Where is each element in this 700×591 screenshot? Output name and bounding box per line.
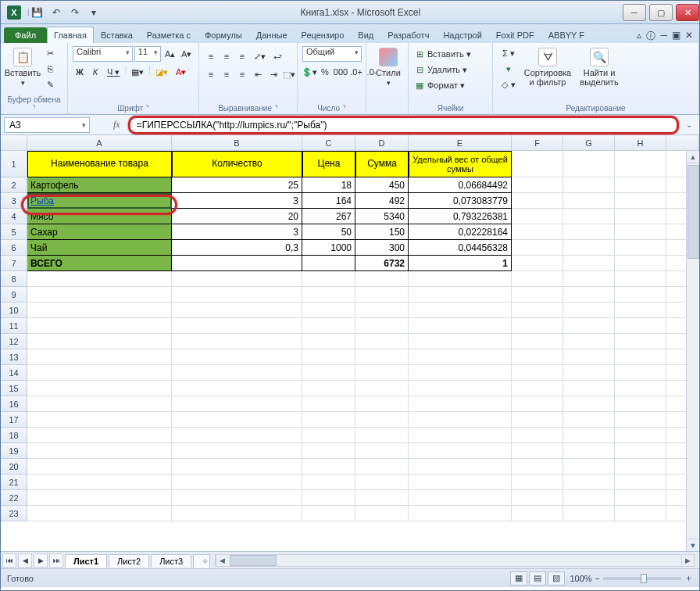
cell-blank-3-1[interactable] bbox=[563, 193, 615, 209]
cell-blank-11-7[interactable] bbox=[615, 318, 666, 334]
percent-format[interactable]: % bbox=[318, 64, 332, 80]
fx-icon[interactable]: fx bbox=[112, 119, 122, 131]
cell-blank-22-3[interactable] bbox=[355, 490, 409, 506]
cell-blank-22-0[interactable] bbox=[27, 490, 172, 506]
col-head-E[interactable]: E bbox=[409, 135, 512, 151]
scroll-down[interactable]: ▼ bbox=[687, 539, 699, 551]
cell-A6[interactable]: Чай bbox=[27, 240, 172, 256]
fill-color-button[interactable]: ◪▾ bbox=[152, 64, 171, 80]
cell-blank-20-4[interactable] bbox=[409, 459, 512, 475]
cell-E1[interactable]: Удельный вес от общей суммы bbox=[409, 151, 512, 177]
cell-C3[interactable]: 164 bbox=[302, 193, 355, 209]
cell-A4[interactable]: Мясо bbox=[27, 209, 172, 224]
cell-blank-17-7[interactable] bbox=[615, 412, 666, 428]
cell-A2[interactable]: Картофель bbox=[27, 177, 172, 193]
tab-Вставка[interactable]: Вставка bbox=[94, 27, 140, 43]
minimize-button[interactable]: ─ bbox=[623, 4, 646, 21]
qat-redo[interactable]: ↷ bbox=[67, 5, 83, 20]
cells-delete[interactable]: ⊟Удалить ▾ bbox=[413, 62, 488, 77]
cell-blank-11-3[interactable] bbox=[355, 318, 409, 334]
cell-E4[interactable]: 0,793226381 bbox=[409, 209, 512, 224]
cell-blank-20-3[interactable] bbox=[355, 459, 409, 475]
app-menu-icon[interactable]: X bbox=[4, 2, 24, 23]
cell-blank-13-4[interactable] bbox=[409, 349, 512, 365]
row-head-23[interactable]: 23 bbox=[1, 506, 27, 521]
sheet-tab-Лист2[interactable]: Лист2 bbox=[109, 554, 149, 568]
cell-blank-14-6[interactable] bbox=[563, 365, 615, 381]
cell-blank-12-6[interactable] bbox=[563, 334, 615, 349]
row-head-21[interactable]: 21 bbox=[1, 475, 27, 490]
cells-format[interactable]: ▦Формат ▾ bbox=[413, 77, 488, 93]
cell-blank-16-1[interactable] bbox=[172, 396, 302, 412]
cell-blank-17-5[interactable] bbox=[512, 412, 563, 428]
tab-Вид[interactable]: Вид bbox=[351, 27, 380, 43]
select-all-corner[interactable] bbox=[1, 135, 27, 151]
cell-B5[interactable]: 3 bbox=[172, 224, 302, 240]
cell-blank-4-0[interactable] bbox=[512, 209, 563, 224]
shrink-font[interactable]: A▾ bbox=[179, 46, 194, 62]
cell-blank-20-0[interactable] bbox=[27, 459, 172, 475]
cell-B3[interactable]: 3 bbox=[172, 193, 302, 209]
cell-blank-8-2[interactable] bbox=[302, 271, 355, 287]
cell-blank-2-2[interactable] bbox=[615, 177, 666, 193]
paste-button[interactable]: 📋 Вставить ▾ bbox=[5, 46, 40, 88]
cell-blank-23-7[interactable] bbox=[615, 506, 666, 521]
cell-blank-10-6[interactable] bbox=[563, 303, 615, 318]
grow-font[interactable]: A▴ bbox=[162, 46, 177, 62]
cell-blank-20-6[interactable] bbox=[563, 459, 615, 475]
cell-blank-14-2[interactable] bbox=[302, 365, 355, 381]
cell-blank-15-1[interactable] bbox=[172, 381, 302, 396]
cell-blank-9-2[interactable] bbox=[302, 287, 355, 303]
italic-button[interactable]: К bbox=[88, 64, 102, 80]
cell-C2[interactable]: 18 bbox=[302, 177, 355, 193]
cell-blank-15-4[interactable] bbox=[409, 381, 512, 396]
cell-blank-21-0[interactable] bbox=[27, 475, 172, 490]
qat-save[interactable]: 💾 bbox=[30, 5, 45, 20]
cell-blank-11-5[interactable] bbox=[512, 318, 563, 334]
cell-C5[interactable]: 50 bbox=[302, 224, 355, 240]
cell-blank-13-6[interactable] bbox=[563, 349, 615, 365]
cell-blank-13-5[interactable] bbox=[512, 349, 563, 365]
cell-E3[interactable]: 0,073083779 bbox=[409, 193, 512, 209]
cell-blank-10-7[interactable] bbox=[615, 303, 666, 318]
cell-blank-12-1[interactable] bbox=[172, 334, 302, 349]
ribbon-minimize[interactable]: ▵ bbox=[637, 30, 641, 43]
row-head-11[interactable]: 11 bbox=[1, 318, 27, 334]
cell-blank-8-6[interactable] bbox=[563, 271, 615, 287]
cell-blank-9-7[interactable] bbox=[615, 287, 666, 303]
cell-blank-16-5[interactable] bbox=[512, 396, 563, 412]
cell-blank-17-6[interactable] bbox=[563, 412, 615, 428]
align-right[interactable]: ≡ bbox=[235, 66, 249, 82]
borders-button[interactable]: ▦▾ bbox=[128, 64, 147, 80]
cell-C4[interactable]: 267 bbox=[302, 209, 355, 224]
cell-blank-21-7[interactable] bbox=[615, 475, 666, 490]
cell-blank-3-2[interactable] bbox=[615, 193, 666, 209]
format-painter-button[interactable]: ✎ bbox=[43, 77, 57, 91]
maximize-button[interactable]: ▢ bbox=[649, 4, 673, 21]
cell-blank-18-1[interactable] bbox=[172, 428, 302, 443]
row-head-5[interactable]: 5 bbox=[1, 224, 27, 240]
cell-blank-19-1[interactable] bbox=[172, 443, 302, 459]
cell-blank-21-2[interactable] bbox=[302, 475, 355, 490]
cell-blank-1-1[interactable] bbox=[563, 151, 615, 177]
cell-blank-16-3[interactable] bbox=[355, 396, 409, 412]
cell-blank-17-3[interactable] bbox=[355, 412, 409, 428]
workbook-close[interactable]: ✕ bbox=[685, 30, 693, 43]
cell-blank-8-3[interactable] bbox=[355, 271, 409, 287]
cell-blank-15-2[interactable] bbox=[302, 381, 355, 396]
cell-blank-22-1[interactable] bbox=[172, 490, 302, 506]
styles-button[interactable]: Стили ▾ bbox=[371, 46, 405, 88]
cell-blank-18-0[interactable] bbox=[27, 428, 172, 443]
row-head-7[interactable]: 7 bbox=[1, 256, 27, 271]
cell-blank-15-0[interactable] bbox=[27, 381, 172, 396]
font-name-combo[interactable]: Calibri bbox=[73, 46, 133, 62]
cell-blank-13-3[interactable] bbox=[355, 349, 409, 365]
cell-blank-22-6[interactable] bbox=[563, 490, 615, 506]
hyperlink-Рыба[interactable]: Рыба bbox=[30, 195, 54, 206]
col-head-A[interactable]: A bbox=[27, 135, 172, 151]
row-head-1[interactable]: 1 bbox=[1, 151, 27, 177]
view-page-break[interactable]: ▧ bbox=[548, 571, 565, 586]
workbook-restore[interactable]: ▣ bbox=[672, 30, 680, 43]
cell-B4[interactable]: 20 bbox=[172, 209, 302, 224]
cell-blank-23-6[interactable] bbox=[563, 506, 615, 521]
